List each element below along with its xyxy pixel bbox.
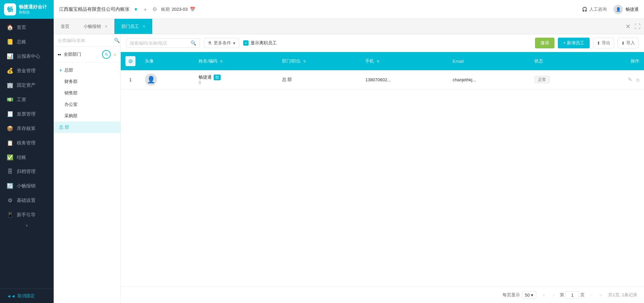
sidebar-item-salary[interactable]: 💵工资 (0, 92, 54, 107)
topbar-settings-icon[interactable]: ⚙ (152, 6, 157, 12)
settings-icon: ⚙ (7, 197, 13, 204)
th-phone[interactable]: 手机 ⇅ (361, 52, 448, 70)
sidebar-item-invoice[interactable]: 🧾发票管理 (0, 107, 54, 121)
sidebar-item-guide[interactable]: 📱新手引导 (0, 208, 54, 222)
dept-node-sales[interactable]: 销售部 (54, 87, 120, 99)
phone-sort-icon: ⇅ (377, 59, 379, 63)
import-button[interactable]: ⬇ 导入 (618, 38, 639, 48)
main-area: 江西服宝精品有限责任公司内账张 ▼ ＋ ⚙ 账期 2023-03 📅 🎧 人工咨… (54, 0, 644, 303)
import-label: 导入 (626, 40, 635, 46)
dept-header: ▪▪ 全部部门 ✎ » (54, 47, 120, 62)
employee-search-icon[interactable]: 🔍 (191, 40, 196, 46)
dept-node-general[interactable]: 总 部 (54, 122, 120, 133)
dept-arrow-down-icon: ▼ (59, 69, 62, 72)
logout-employee-icon[interactable]: ⎋ (636, 77, 639, 83)
sidebar-item-tax[interactable]: 📋税务管理 (0, 136, 54, 150)
th-name[interactable]: 姓名/编码 ⇅ (194, 52, 277, 70)
prev-page-button[interactable]: ‹ (550, 291, 558, 299)
row-email: chanjethkj... (448, 70, 530, 89)
sidebar-item-archive[interactable]: 🗄归档管理 (0, 165, 54, 179)
table-settings-button[interactable]: ⚙ (125, 56, 136, 66)
dept-search-input[interactable] (58, 38, 114, 43)
dept-sort-icon: ⇅ (303, 59, 306, 63)
tab-expense-close-icon[interactable]: × (105, 24, 107, 29)
sidebar-item-expense[interactable]: 🔄小畅报销 (0, 179, 54, 193)
employee-code: 0 (199, 80, 273, 85)
tab-employees[interactable]: 部门员工 × (114, 19, 152, 34)
employee-status-badge: 正常 (534, 76, 550, 83)
company-name: 江西服宝精品有限责任公司内账张 (59, 6, 129, 12)
last-page-button[interactable]: » (597, 291, 605, 299)
sidebar-item-home[interactable]: 🏠首页 (0, 20, 54, 35)
edit-employee-icon[interactable]: ✎ (628, 77, 632, 83)
sidebar-item-settings[interactable]: ⚙基础设置 (0, 193, 54, 208)
user-avatar: 👤 (613, 5, 623, 14)
app-name: 畅捷通好会计 (19, 4, 47, 10)
sidebar-item-ledger[interactable]: 📒总账 (0, 35, 54, 49)
guide-icon: 📱 (7, 212, 13, 218)
invite-button[interactable]: 邀请 (535, 38, 554, 48)
close-all-tabs-button[interactable]: ✕ (626, 23, 631, 30)
th-avatar: 头像 (140, 52, 194, 70)
service-icon: 🎧 (582, 7, 587, 12)
dept-node-headquarters-group[interactable]: ▼ 总部 (54, 64, 120, 76)
dept-edit-button[interactable]: ✎ (102, 50, 111, 59)
service-button[interactable]: 🎧 人工咨询 (582, 6, 607, 12)
unpin-icon: ◄◄ (7, 294, 15, 299)
tab-expense[interactable]: 小畅报销 × (76, 19, 114, 34)
dept-search-box: 🔍 (54, 34, 120, 47)
employee-search-input[interactable] (130, 41, 189, 46)
topbar-right: 🎧 人工咨询 👤 畅捷通 (582, 5, 639, 14)
tab-employees-close-icon[interactable]: × (143, 24, 145, 29)
page-prefix-label: 第 (560, 292, 564, 298)
add-company-button[interactable]: ＋ (142, 5, 148, 13)
dept-node-procurement[interactable]: 采购部 (54, 110, 120, 122)
filter-icon: ⚗ (208, 41, 212, 46)
page-input-section: 第 页 (560, 291, 585, 299)
row-phone: 138070602... (361, 70, 448, 89)
company-dropdown-icon[interactable]: ▼ (133, 7, 138, 12)
employee-panel: 🔍 ⚗ 更多条件 ▾ ✓ 显示离职员工 邀请 + 新增员工 ⬆ 导出 (121, 34, 644, 303)
user-menu[interactable]: 👤 畅捷通 (613, 5, 639, 14)
calendar-icon[interactable]: 📅 (190, 7, 195, 12)
scroll-indicator: ▼ (0, 222, 54, 229)
sidebar-item-inventory[interactable]: 📦库存核算 (0, 121, 54, 136)
service-label: 人工咨询 (589, 6, 607, 12)
export-button[interactable]: ⬆ 导出 (593, 38, 614, 48)
page-size-value: 50 (525, 293, 530, 298)
filter-button[interactable]: ⚗ 更多条件 ▾ (204, 38, 239, 48)
employee-name-group: 畅捷通 部 (199, 74, 273, 80)
ledger-icon: 📒 (7, 39, 13, 45)
employee-name: 畅捷通 (199, 74, 212, 80)
next-page-button[interactable]: › (587, 291, 595, 299)
filter-chevron-icon: ▾ (233, 41, 235, 46)
page-size-select[interactable]: 50 ▾ (522, 291, 536, 299)
sidebar-item-funds[interactable]: 💰资金管理 (0, 63, 54, 78)
add-employee-button[interactable]: + 新增员工 (558, 38, 590, 48)
show-resigned-toggle[interactable]: ✓ 显示离职员工 (243, 40, 277, 46)
sidebar-item-reports[interactable]: 📊云报表中心 (0, 49, 54, 63)
th-email: Email (448, 52, 530, 70)
toolbar-right: 邀请 + 新增员工 ⬆ 导出 ⬇ 导入 (535, 38, 639, 48)
show-resigned-checkbox[interactable]: ✓ (243, 40, 249, 46)
th-dept[interactable]: 部门/职位 ⇅ (277, 52, 361, 70)
unpin-button[interactable]: ◄◄ 取消固定 (0, 289, 54, 303)
sidebar: 畅 畅捷通好会计 旗舰版 🏠首页 📒总账 📊云报表中心 💰资金管理 🏢固定资产 … (0, 0, 54, 303)
all-depts-label: 全部部门 (64, 51, 99, 57)
th-settings: ⚙ (121, 52, 140, 70)
dept-node-finance[interactable]: 财务部 (54, 76, 120, 87)
employee-table: ⚙ 头像 姓名/编码 ⇅ 部门/职位 ⇅ (121, 52, 644, 89)
expand-tabs-button[interactable]: ⛶ (635, 23, 641, 30)
first-page-button[interactable]: « (540, 291, 548, 299)
dept-node-label: 总部 (64, 67, 73, 73)
dept-node-office[interactable]: 办公室 (54, 99, 120, 110)
dept-grid-icon: ▪▪ (58, 52, 61, 57)
sidebar-item-checkout[interactable]: ✅结账 (0, 150, 54, 165)
dept-collapse-icon[interactable]: » (113, 51, 116, 57)
sidebar-item-assets[interactable]: 🏢固定资产 (0, 78, 54, 92)
page-number-input[interactable] (566, 291, 579, 299)
funds-icon: 💰 (7, 68, 13, 74)
dept-search-icon[interactable]: 🔍 (114, 38, 120, 43)
tab-home[interactable]: 首页 (54, 19, 76, 34)
logo-icon: 畅 (4, 3, 16, 15)
